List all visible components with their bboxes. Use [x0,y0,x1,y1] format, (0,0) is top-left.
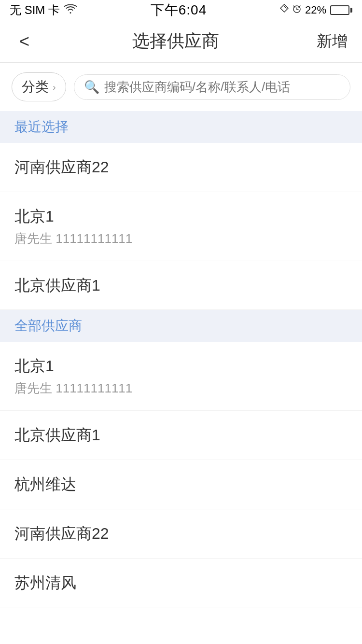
all-section-header: 全部供应商 [0,310,362,342]
battery-percent: 22% [305,4,326,16]
item-name: 北京1 [14,206,348,227]
recent-list-item[interactable]: 北京供应商1 [0,261,362,310]
alarm-icon [292,4,301,16]
item-name: 北京供应商1 [14,275,348,296]
search-icon: 🔍 [84,80,99,95]
recent-list-item[interactable]: 河南供应商22 [0,143,362,192]
status-left: 无 SIM 卡 [10,2,77,18]
location-icon [280,4,289,16]
carrier-label: 无 SIM 卡 [10,2,60,18]
battery-icon [330,5,352,15]
item-sub: 唐先生 11111111111 [14,230,348,247]
search-input[interactable] [104,80,340,95]
status-bar: 无 SIM 卡 下午6:04 [0,0,362,20]
status-right: 22% [280,4,352,16]
item-name: 河南供应商22 [14,156,348,178]
wifi-icon [64,3,77,17]
item-sub: 唐先生 11111111111 [14,380,348,397]
search-box[interactable]: 🔍 [74,74,350,100]
back-button[interactable]: < [14,27,34,56]
recent-list: 河南供应商22北京1唐先生 11111111111北京供应商1 [0,143,362,310]
all-list: 北京1唐先生 11111111111北京供应商1杭州维达河南供应商22苏州清风 [0,342,362,607]
all-list-item[interactable]: 北京1唐先生 11111111111 [0,342,362,411]
category-button[interactable]: 分类 › [12,72,66,101]
status-time: 下午6:04 [151,1,207,19]
item-name: 北京1 [14,355,348,377]
recent-section-header: 最近选择 [0,111,362,143]
page-title: 选择供应商 [132,29,219,53]
item-name: 河南供应商22 [14,523,348,545]
filter-row: 分类 › 🔍 [0,63,362,111]
all-list-item[interactable]: 北京供应商1 [0,411,362,460]
recent-list-item[interactable]: 北京1唐先生 11111111111 [0,192,362,261]
item-name: 苏州清风 [14,572,348,594]
add-button[interactable]: 新增 [317,31,348,52]
all-list-item[interactable]: 杭州维达 [0,460,362,509]
all-list-item[interactable]: 苏州清风 [0,559,362,608]
nav-bar: < 选择供应商 新增 [0,20,362,63]
chevron-right-icon: › [53,82,56,93]
item-name: 杭州维达 [14,474,348,495]
category-label: 分类 [22,78,49,96]
all-list-item[interactable]: 河南供应商22 [0,509,362,559]
item-name: 北京供应商1 [14,424,348,446]
